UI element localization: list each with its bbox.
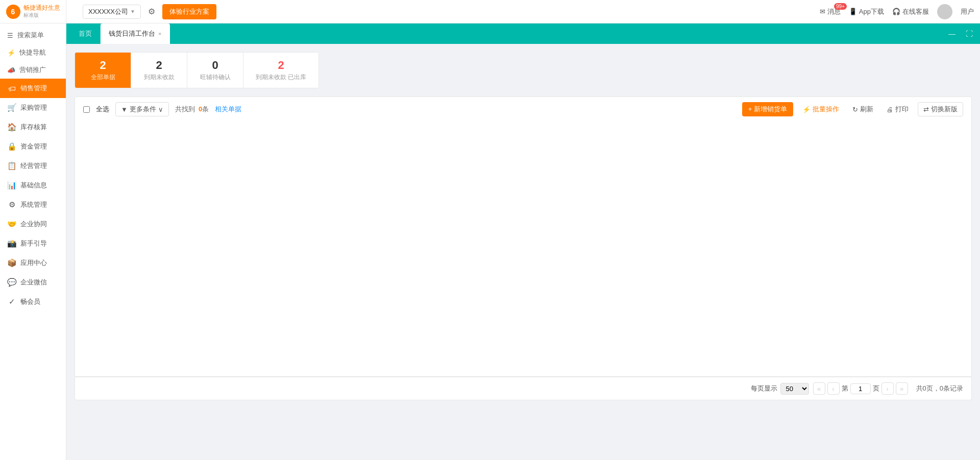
user-name: 用户 bbox=[961, 7, 974, 16]
next-page-button[interactable]: › bbox=[881, 382, 894, 395]
page-prefix-label: 第 bbox=[842, 384, 848, 393]
purchase-icon: 🛒 bbox=[7, 103, 16, 112]
first-page-button[interactable]: « bbox=[813, 382, 825, 395]
chevron-down-icon: ∨ bbox=[158, 106, 163, 113]
sidebar-item-purchase[interactable]: 🛒 采购管理 bbox=[0, 98, 66, 117]
sidebar-item-inventory[interactable]: 🏠 库存核算 bbox=[0, 117, 66, 137]
download-icon: 📱 bbox=[849, 8, 857, 15]
sidebar-item-label-basic: 基础信息 bbox=[20, 181, 47, 190]
page-navigation: « ‹ 第 页 › » bbox=[813, 382, 908, 395]
stats-count-wangwang: 0 bbox=[200, 59, 231, 72]
message-badge: 99+ bbox=[834, 3, 847, 10]
sidebar-item-label-appstore: 应用中心 bbox=[20, 258, 47, 268]
stats-count-overdue: 2 bbox=[143, 59, 175, 72]
user-name-item[interactable]: 用户 bbox=[961, 7, 974, 16]
switch-label: 切换新版 bbox=[931, 105, 958, 114]
sidebar-item-guide[interactable]: 📸 新手引导 bbox=[0, 234, 66, 253]
stats-label-all: 全部单据 bbox=[91, 74, 115, 81]
new-sale-button[interactable]: + 新增销货单 bbox=[742, 102, 793, 116]
sidebar-item-member[interactable]: ✓ 畅会员 bbox=[0, 292, 66, 311]
sidebar-item-label-inventory: 库存核算 bbox=[20, 123, 47, 132]
app-version: 标准版 bbox=[23, 12, 60, 19]
settings-icon[interactable]: ⚙ bbox=[146, 5, 157, 18]
top-header: XXXXXX公司 ▼ ⚙ 体验行业方案 ✉ 消息 99+ 📱 App下载 🎧 在… bbox=[66, 0, 980, 23]
sidebar-item-label-wechat: 企业微信 bbox=[20, 278, 47, 287]
wechat-icon: 💬 bbox=[7, 278, 16, 287]
megaphone-icon: 📣 bbox=[7, 66, 15, 74]
tab-active-label: 钱货日清工作台 bbox=[109, 29, 155, 38]
switch-version-button[interactable]: ⇄ 切换新版 bbox=[918, 102, 963, 116]
stats-tab-overdue[interactable]: 2 到期未收款 bbox=[131, 53, 187, 88]
last-page-button[interactable]: » bbox=[896, 382, 908, 395]
toolbar-right: + 新增销货单 ⚡ 批量操作 ↻ 刷新 🖨 打印 ⇄ 切换新版 bbox=[742, 102, 963, 116]
sidebar-menu: ☰ 搜索菜单 ⚡ 快捷导航 📣 营销推广 🏷 销售管理 🛒 采购管理 🏠 库存核… bbox=[0, 23, 66, 460]
trial-button[interactable]: 体验行业方案 bbox=[162, 4, 216, 19]
stats-tab-wangwang[interactable]: 0 旺辅待确认 bbox=[187, 53, 243, 88]
funds-icon: 🔒 bbox=[7, 142, 16, 151]
per-page-select[interactable]: 50 10 20 100 bbox=[780, 383, 809, 395]
select-all-checkbox[interactable] bbox=[83, 106, 90, 113]
tabs-bar: 首页 钱货日清工作台 × — ⛶ bbox=[66, 23, 980, 44]
company-selector[interactable]: XXXXXX公司 ▼ bbox=[83, 5, 141, 19]
lightning-icon: ⚡ bbox=[7, 49, 15, 57]
sidebar-item-basic[interactable]: 📊 基础信息 bbox=[0, 176, 66, 195]
tab-active[interactable]: 钱货日清工作台 × bbox=[101, 23, 170, 44]
batch-button[interactable]: ⚡ 批量操作 bbox=[798, 103, 843, 116]
page-suffix-label: 页 bbox=[873, 384, 879, 393]
sidebar-search[interactable]: ☰ 搜索菜单 bbox=[0, 27, 66, 44]
prev-page-button[interactable]: ‹ bbox=[827, 382, 840, 395]
sidebar-item-label-sales: 销售管理 bbox=[20, 84, 47, 93]
stats-tab-all[interactable]: 2 全部单据 bbox=[75, 53, 131, 88]
logo-icon: 6 bbox=[6, 5, 20, 19]
per-page-selector: 每页显示 50 10 20 100 bbox=[751, 383, 809, 395]
filter-button[interactable]: ▼ 更多条件 ∨ bbox=[115, 102, 169, 116]
filter-label: 更多条件 bbox=[130, 105, 156, 114]
app-name: 畅捷通好生意 bbox=[23, 4, 60, 12]
sidebar-item-wechat[interactable]: 💬 企业微信 bbox=[0, 273, 66, 292]
inventory-icon: 🏠 bbox=[7, 123, 16, 132]
table-area bbox=[75, 122, 972, 377]
maximize-icon[interactable]: ⛶ bbox=[963, 29, 976, 39]
message-item[interactable]: ✉ 消息 99+ bbox=[820, 7, 841, 16]
sidebar-item-label-enterprise: 企业协同 bbox=[20, 220, 47, 229]
chevron-down-icon: ▼ bbox=[130, 9, 135, 14]
appstore-icon: 📦 bbox=[7, 258, 16, 268]
minimize-icon[interactable]: — bbox=[945, 29, 959, 39]
sidebar: 6 畅捷通好生意 标准版 ☰ 搜索菜单 ⚡ 快捷导航 📣 营销推广 🏷 销售管理… bbox=[0, 0, 66, 460]
sidebar-item-funds[interactable]: 🔒 资金管理 bbox=[0, 137, 66, 156]
print-icon: 🖨 bbox=[887, 106, 893, 113]
user-avatar[interactable] bbox=[937, 4, 952, 19]
online-service-item[interactable]: 🎧 在线客服 bbox=[892, 7, 929, 16]
sidebar-item-operations[interactable]: 📋 经营管理 bbox=[0, 156, 66, 176]
tab-actions: — ⛶ bbox=[945, 29, 976, 39]
page-number-input[interactable] bbox=[850, 383, 871, 394]
sidebar-marketing[interactable]: 📣 营销推广 bbox=[0, 61, 66, 79]
stats-tab-unshipped[interactable]: 2 到期未收款 已出库 bbox=[243, 53, 318, 88]
app-download-item[interactable]: 📱 App下载 bbox=[849, 7, 884, 16]
refresh-icon: ↻ bbox=[852, 106, 858, 113]
batch-label: 批量操作 bbox=[813, 105, 839, 114]
sidebar-quick-nav-label: 快捷导航 bbox=[19, 48, 46, 57]
refresh-button[interactable]: ↻ 刷新 bbox=[848, 103, 877, 116]
tab-home[interactable]: 首页 bbox=[70, 23, 101, 44]
message-icon: ✉ bbox=[820, 8, 825, 15]
sidebar-quick-nav[interactable]: ⚡ 快捷导航 bbox=[0, 44, 66, 61]
select-all-label: 全选 bbox=[96, 105, 109, 114]
sidebar-item-label-operations: 经营管理 bbox=[20, 161, 47, 171]
online-service-label: 在线客服 bbox=[902, 7, 929, 16]
search-icon: ☰ bbox=[7, 32, 13, 39]
sidebar-item-label-purchase: 采购管理 bbox=[20, 103, 47, 112]
sidebar-item-enterprise[interactable]: 🤝 企业协同 bbox=[0, 214, 66, 234]
tab-close-icon[interactable]: × bbox=[158, 31, 161, 37]
sidebar-item-system[interactable]: ⚙ 系统管理 bbox=[0, 195, 66, 214]
sidebar-item-label-guide: 新手引导 bbox=[20, 239, 47, 248]
filter-icon: ▼ bbox=[121, 106, 128, 113]
related-link[interactable]: 相关单据 bbox=[215, 105, 241, 114]
found-count: 共找到 0条 bbox=[175, 105, 209, 114]
sidebar-item-appstore[interactable]: 📦 应用中心 bbox=[0, 253, 66, 273]
per-page-label: 每页显示 bbox=[751, 384, 777, 393]
print-button[interactable]: 🖨 打印 bbox=[883, 103, 913, 116]
sidebar-item-sales[interactable]: 🏷 销售管理 bbox=[0, 79, 66, 98]
stats-label-overdue: 到期未收款 bbox=[144, 74, 175, 81]
batch-icon: ⚡ bbox=[802, 106, 811, 113]
